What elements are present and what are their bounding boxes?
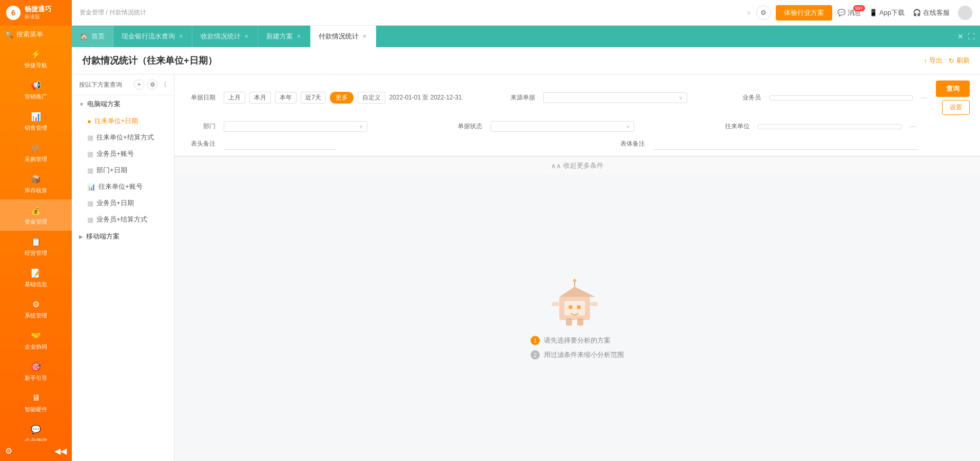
sidebar-item-marketing[interactable]: 📢 营销推广 xyxy=(0,74,72,106)
scheme-header: 按以下方案查询 + ⚙ 《 xyxy=(72,74,174,95)
tab-income[interactable]: 收款情况统计 × xyxy=(192,26,258,47)
message-icon: 💬 xyxy=(837,9,846,16)
tip-num-2: 2 xyxy=(531,350,540,359)
scheme-collapse-btn[interactable]: 《 xyxy=(161,81,167,89)
tab-payment-close[interactable]: × xyxy=(362,32,367,41)
scheme-add-btn[interactable]: + xyxy=(134,79,144,90)
sales-icon: 📊 xyxy=(30,111,42,122)
industry-btn[interactable]: 体验行业方案 xyxy=(776,5,832,21)
collapse-sidebar-icon[interactable]: ◀◀ xyxy=(54,446,67,456)
scheme-item-dept-date[interactable]: ▦ 部门+日期 xyxy=(72,162,174,178)
svg-rect-9 xyxy=(566,318,572,326)
topbar-settings-btn[interactable]: ⚙ xyxy=(756,6,771,20)
tab-payment[interactable]: 付款情况统计 × xyxy=(310,26,376,47)
tabbar: 🏠 首页 现金银行流水查询 × 收款情况统计 × 新建方案 × 付款情况统计 ×… xyxy=(72,26,980,47)
scheme-group-mobile[interactable]: ▶ 移动端方案 xyxy=(72,228,174,245)
tab-income-close[interactable]: × xyxy=(244,32,249,41)
filter-row-1: 单据日期 上月 本月 本年 近7天 更多 自定义 2022-01-01 至 20… xyxy=(185,81,970,115)
basic-label: 基础信息 xyxy=(25,280,47,288)
sidebar-item-wechat[interactable]: 💬 企业微信 xyxy=(0,418,72,441)
tab-income-label: 收款情况统计 xyxy=(201,32,241,41)
tab-new[interactable]: 新建方案 × xyxy=(258,26,310,47)
salesman-select[interactable] xyxy=(769,95,913,101)
tab-home[interactable]: 🏠 首页 xyxy=(72,26,113,47)
scheme-item-staff-date[interactable]: ▦ 业务员+日期 xyxy=(72,195,174,211)
date-last-month[interactable]: 上月 xyxy=(224,92,245,104)
logo-text: 畅捷通巧 标准版 xyxy=(25,5,51,21)
date-custom[interactable]: 自定义 xyxy=(358,92,385,104)
sidebar-search[interactable]: 🔍 搜索菜单 xyxy=(0,26,72,43)
scheme-item-unit-account[interactable]: 📊 往来单位+账号 xyxy=(72,178,174,195)
empty-illustration xyxy=(546,276,608,328)
user-avatar[interactable] xyxy=(958,6,972,20)
sidebar-logo: 6 畅捷通巧 标准版 xyxy=(0,0,72,26)
tab-bank-close[interactable]: × xyxy=(178,32,184,41)
scheme-unit-date-label: 往来单位+日期 xyxy=(94,116,139,126)
purchase-icon: 🛒 xyxy=(30,142,42,153)
tab-new-close[interactable]: × xyxy=(296,32,302,41)
scheme-staff-date-label: 业务员+日期 xyxy=(96,198,134,208)
unit-select[interactable] xyxy=(758,124,901,129)
scheme-header-actions: + ⚙ 《 xyxy=(134,79,167,90)
app-download-btn[interactable]: 📱 App下载 xyxy=(869,8,905,17)
sidebar-item-shortcut[interactable]: ⚡ 快捷导航 xyxy=(0,43,72,74)
sidebar-item-inventory[interactable]: 📦 库存核算 xyxy=(0,168,72,199)
source-select[interactable]: ∨ xyxy=(543,92,687,103)
collapse-more-btn[interactable]: ∧∧ 收起更多条件 xyxy=(174,156,980,174)
date-more[interactable]: 更多 xyxy=(330,92,354,104)
page-header: 付款情况统计（往来单位+日期） ↑ 导出 ↻ 刷新 xyxy=(72,47,980,74)
sidebar-item-sales[interactable]: 📊 销售管理 xyxy=(0,106,72,137)
inventory-label: 库存核算 xyxy=(25,187,47,194)
svg-rect-10 xyxy=(577,318,583,326)
service-btn[interactable]: 🎧 在线客服 xyxy=(913,8,950,17)
export-label: 导出 xyxy=(929,56,943,65)
filter-settings-btn[interactable]: 设置 xyxy=(942,100,970,115)
tab-close-all-icon[interactable]: ✕ xyxy=(957,32,964,41)
tab-bank[interactable]: 现金银行流水查询 × xyxy=(113,26,192,47)
scheme-item-staff-settle[interactable]: ▦ 业务员+结算方式 xyxy=(72,211,174,228)
page-content: 付款情况统计（往来单位+日期） ↑ 导出 ↻ 刷新 按以下方案查询 + xyxy=(72,47,980,461)
tab-expand-icon[interactable]: ⛶ xyxy=(968,32,975,41)
date-last-7[interactable]: 近7天 xyxy=(301,92,326,104)
sidebar-item-finance[interactable]: 💰 资金管理 xyxy=(0,199,72,231)
header-note-input[interactable] xyxy=(224,138,337,150)
query-btn[interactable]: 查询 xyxy=(936,81,970,97)
tab-new-label: 新建方案 xyxy=(266,32,293,41)
scheme-item-staff-account[interactable]: ▦ 业务员+账号 xyxy=(72,146,174,162)
status-select[interactable]: ∨ xyxy=(491,121,634,132)
sidebar-item-guide[interactable]: 🎯 新手引导 xyxy=(0,356,72,387)
sidebar-item-purchase[interactable]: 🛒 采购管理 xyxy=(0,137,72,168)
dept-select[interactable]: ∨ xyxy=(224,121,367,132)
sidebar-item-basic[interactable]: 📝 基础信息 xyxy=(0,262,72,293)
scheme-group-desktop[interactable]: ▼ 电脑端方案 xyxy=(72,95,174,113)
scheme-settings-btn[interactable]: ⚙ xyxy=(147,79,158,90)
sidebar-item-enterprise[interactable]: 🤝 企业协同 xyxy=(0,325,72,356)
sidebar-item-system[interactable]: ⚙ 系统管理 xyxy=(0,293,72,325)
scheme-unit-settle-label: 往来单位+结算方式 xyxy=(96,133,154,142)
dept-dropdown-icon: ∨ xyxy=(359,124,363,129)
unit-dots[interactable]: ··· xyxy=(910,122,916,131)
dept-label: 部门 xyxy=(185,122,215,131)
scheme-item-unit-settle[interactable]: ▦ 往来单位+结算方式 xyxy=(72,129,174,146)
page-title: 付款情况统计（往来单位+日期） xyxy=(82,54,217,67)
refresh-btn[interactable]: ↻ 刷新 xyxy=(949,56,970,65)
date-this-month[interactable]: 本月 xyxy=(249,92,271,104)
date-range-text: 2022-01-01 至 2022-12-31 xyxy=(389,93,462,102)
date-label: 单据日期 xyxy=(185,93,215,102)
body-note-input[interactable] xyxy=(653,138,918,150)
settings-bottom-icon[interactable]: ⚙ xyxy=(5,446,12,456)
chevron-down-icon: ▼ xyxy=(79,102,84,107)
sidebar-item-operations[interactable]: 📋 经营管理 xyxy=(0,231,72,262)
status-label: 单据状态 xyxy=(452,122,482,131)
enterprise-icon: 🤝 xyxy=(30,330,42,341)
home-icon: 🏠 xyxy=(80,33,88,41)
sidebar-bottom: ⚙ ◀◀ xyxy=(0,441,72,461)
status-dropdown-icon: ∨ xyxy=(626,124,630,129)
scheme-item-unit-date[interactable]: ● 往来单位+日期 xyxy=(72,113,174,129)
search-icon: 🔍 xyxy=(5,31,13,38)
date-this-year[interactable]: 本年 xyxy=(275,92,297,104)
sidebar-item-hardware[interactable]: 🖥 智能硬件 xyxy=(0,387,72,418)
messages-btn[interactable]: 💬 消息 99+ xyxy=(837,8,861,17)
export-btn[interactable]: ↑ 导出 xyxy=(924,56,943,65)
salesman-dots[interactable]: ··· xyxy=(921,93,928,103)
